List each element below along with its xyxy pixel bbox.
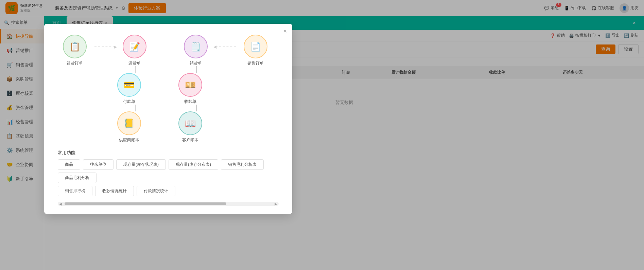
func-btn-stock-dist[interactable]: 现存量(库存分布表) — [169, 159, 218, 170]
flow-diagram: 📋 进货订单 ▶ 📝 进货单 — [58, 35, 279, 143]
purchase-bill-icon: 📝 — [123, 35, 146, 58]
func-btn-sales-profit[interactable]: 销售毛利分析表 — [221, 159, 264, 170]
func-btn-payment-stat[interactable]: 付款情况统计 — [137, 186, 175, 196]
func-btn-counterparty[interactable]: 往来单位 — [83, 159, 114, 170]
flow-node-sales-bill[interactable]: 🗒️ 销货单 — [179, 35, 213, 66]
common-functions: 常用功能 商品 往来单位 现存量(库存状况表) 现存量(库存分布表) 销售毛利分… — [58, 150, 279, 196]
supplier-ledger-label: 供应商账本 — [119, 137, 139, 143]
arrow-sales-order-to-bill: ◀ — [213, 47, 239, 55]
scroll-left-arrow[interactable]: ◀ — [58, 202, 63, 206]
flow-node-payment-bill[interactable]: 💳 付款单 — [112, 73, 146, 105]
modal-close-button[interactable]: × — [283, 28, 287, 35]
customer-ledger-label: 客户账本 — [182, 137, 198, 143]
payment-bill-icon: 💳 — [117, 73, 141, 97]
sales-order-icon: 📄 — [244, 35, 267, 58]
modal-scrollbar[interactable]: ◀ ▶ — [58, 202, 279, 206]
purchase-order-label: 进货订单 — [67, 60, 83, 66]
sales-order-label: 销售订单 — [247, 60, 264, 66]
customer-ledger-icon: 📖 — [178, 111, 202, 135]
common-func-title: 常用功能 — [58, 150, 279, 156]
purchase-bill-label: 进货单 — [128, 60, 141, 66]
flow-node-supplier-ledger[interactable]: 📒 供应商账本 — [112, 111, 146, 143]
func-btn-sales-rank[interactable]: 销售排行榜 — [58, 186, 92, 196]
payment-bill-label: 付款单 — [123, 99, 135, 105]
func-btn-receipt-stat[interactable]: 收款情况统计 — [95, 186, 134, 196]
func-btn-stock-status[interactable]: 现存量(库存状况表) — [116, 159, 166, 170]
modal-box: × 📋 进货订单 ▶ — [44, 24, 292, 214]
arrow-purchase-order-to-bill: ▶ — [92, 47, 118, 55]
flow-node-receipt-bill[interactable]: 💴 收款单 — [173, 73, 207, 105]
scroll-right-arrow[interactable]: ▶ — [273, 202, 279, 206]
sales-bill-label: 销货单 — [190, 60, 202, 66]
scroll-thumb[interactable] — [65, 202, 226, 205]
sales-bill-icon: 🗒️ — [184, 35, 208, 58]
flow-node-purchase-order[interactable]: 📋 进货订单 — [58, 35, 92, 66]
receipt-bill-icon: 💴 — [178, 73, 202, 97]
func-btn-product-profit[interactable]: 商品毛利分析 — [58, 173, 97, 183]
modal-overlay[interactable]: × 📋 进货订单 ▶ — [0, 0, 644, 270]
func-buttons-row1: 商品 往来单位 现存量(库存状况表) 现存量(库存分布表) 销售毛利分析表 商品… — [58, 159, 279, 183]
purchase-order-icon: 📋 — [63, 35, 87, 58]
receipt-bill-label: 收款单 — [184, 99, 196, 105]
func-buttons-row2: 销售排行榜 收款情况统计 付款情况统计 — [58, 186, 279, 196]
scroll-track — [65, 202, 272, 205]
supplier-ledger-icon: 📒 — [117, 111, 141, 135]
flow-node-purchase-bill[interactable]: 📝 进货单 — [118, 35, 152, 66]
flow-node-customer-ledger[interactable]: 📖 客户账本 — [173, 111, 207, 143]
func-btn-product[interactable]: 商品 — [58, 159, 80, 170]
flow-node-sales-order[interactable]: 📄 销售订单 — [239, 35, 273, 66]
